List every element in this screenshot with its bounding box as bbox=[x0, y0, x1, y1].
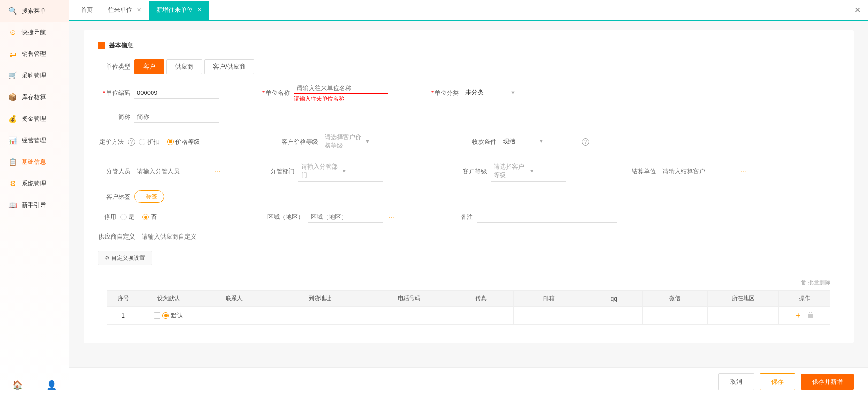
contact-table: 序号 设为默认 联系人 到货地址 电话号码 传真 邮箱 qq 微信 所在地区 操… bbox=[107, 290, 830, 325]
qq-input[interactable] bbox=[600, 312, 628, 319]
col-region: 所在地区 bbox=[707, 291, 779, 307]
cell-action: ＋ 🗑 bbox=[779, 307, 830, 325]
sidebar-item-label: 系统管理 bbox=[22, 179, 46, 188]
disabled-no-radio[interactable]: 否 bbox=[142, 213, 157, 221]
department-label: 分管部门 bbox=[266, 167, 295, 176]
cell-default: 默认 bbox=[139, 307, 198, 325]
remark-label: 备注 bbox=[454, 213, 473, 221]
unit-name-error: 请输入往来单位名称 bbox=[294, 95, 388, 103]
customer-level-item: 客户等级 请选择客户等级 ▼ bbox=[454, 161, 595, 182]
supplier-custom-input[interactable] bbox=[139, 231, 270, 242]
remark-input[interactable] bbox=[477, 211, 617, 223]
cell-contact[interactable] bbox=[198, 307, 270, 325]
save-new-button[interactable]: 保存并新增 bbox=[801, 374, 854, 390]
sidebar-item-inventory[interactable]: 📦 库存核算 bbox=[0, 86, 69, 108]
department-select[interactable]: 请输入分管部门 ▼ bbox=[298, 161, 383, 182]
default-radio[interactable]: 默认 bbox=[162, 311, 183, 320]
cell-wechat[interactable] bbox=[642, 307, 707, 325]
cell-phone[interactable] bbox=[370, 307, 449, 325]
pricing-method-item: 定价方法 ? 折扣 价格等级 bbox=[98, 138, 248, 146]
address-input[interactable] bbox=[292, 312, 348, 319]
sidebar-home-btn[interactable]: 🏠 bbox=[0, 374, 35, 396]
customer-price-level-select[interactable]: 请选择客户价格等级 ▼ bbox=[322, 131, 406, 152]
cell-address[interactable] bbox=[270, 307, 370, 325]
delete-row-btn[interactable]: 🗑 bbox=[805, 311, 816, 319]
basic-info-card: 基本信息 单位类型 客户 供应商 客户/供应商 *单位编码 bbox=[84, 30, 854, 343]
settlement-unit-input[interactable] bbox=[660, 166, 735, 177]
price-level-arrow-icon: ▼ bbox=[365, 139, 404, 144]
region-more-btn[interactable]: ··· bbox=[388, 213, 394, 221]
add-row-btn[interactable]: ＋ bbox=[792, 311, 804, 320]
cancel-button[interactable]: 取消 bbox=[718, 373, 754, 390]
wechat-input[interactable] bbox=[658, 312, 691, 319]
sidebar: 🔍 搜索菜单 ⊙ 快捷导航 🏷 销售管理 🛒 采购管理 📦 库存核算 💰 资金管… bbox=[0, 0, 69, 396]
cell-fax[interactable] bbox=[449, 307, 513, 325]
sidebar-item-label: 新手引导 bbox=[22, 201, 46, 210]
sidebar-item-system[interactable]: ⚙ 系统管理 bbox=[0, 173, 69, 194]
sidebar-item-label: 资金管理 bbox=[22, 115, 46, 123]
email-input[interactable] bbox=[530, 312, 568, 319]
save-button[interactable]: 保存 bbox=[760, 373, 795, 390]
manager-more-btn[interactable]: ··· bbox=[215, 168, 221, 175]
tab-counterparty[interactable]: 往来单位 ✕ bbox=[100, 1, 149, 20]
pricing-help-icon[interactable]: ? bbox=[128, 138, 135, 146]
row-checkbox[interactable] bbox=[154, 312, 160, 319]
pricing-method-label: 定价方法 ? bbox=[98, 138, 135, 146]
payment-terms-select[interactable]: 现结 ▼ bbox=[500, 135, 575, 148]
sidebar-item-label: 库存核算 bbox=[22, 93, 46, 101]
col-email: 邮箱 bbox=[513, 291, 585, 307]
custom-settings-btn[interactable]: ⚙ 自定义项设置 bbox=[98, 251, 152, 265]
customer-level-select[interactable]: 请选择客户等级 ▼ bbox=[491, 161, 566, 182]
unit-category-select[interactable]: 未分类 ▼ bbox=[463, 86, 556, 99]
pricing-discount-radio[interactable]: 折扣 bbox=[139, 138, 160, 146]
manager-input[interactable] bbox=[134, 166, 209, 177]
settlement-unit-more-btn[interactable]: ··· bbox=[740, 168, 746, 175]
sidebar-item-guide[interactable]: 📖 新手引导 bbox=[0, 194, 69, 216]
contact-input[interactable] bbox=[215, 312, 253, 319]
unit-type-supplier-btn[interactable]: 供应商 bbox=[166, 59, 202, 74]
disabled-yes-radio[interactable]: 是 bbox=[120, 213, 135, 221]
customer-tag-item: 客户标签 + 标签 bbox=[98, 190, 840, 203]
tab-new-counterparty-close[interactable]: ✕ bbox=[198, 7, 202, 13]
finance-icon: 💰 bbox=[8, 115, 17, 123]
abbr-input[interactable] bbox=[134, 111, 219, 123]
cell-qq[interactable] bbox=[585, 307, 643, 325]
unit-code-input[interactable] bbox=[134, 87, 219, 99]
sidebar-item-finance[interactable]: 💰 资金管理 bbox=[0, 108, 69, 130]
tab-new-counterparty[interactable]: 新增往来单位 ✕ bbox=[149, 1, 209, 20]
sidebar-user-btn[interactable]: 👤 bbox=[35, 374, 69, 396]
unit-type-both-btn[interactable]: 客户/供应商 bbox=[204, 59, 254, 74]
tab-bar-close-btn[interactable]: ✕ bbox=[851, 6, 864, 15]
unit-type-customer-btn[interactable]: 客户 bbox=[134, 59, 164, 74]
unit-name-input[interactable] bbox=[294, 83, 388, 94]
sidebar-item-operations[interactable]: 📊 经营管理 bbox=[0, 130, 69, 151]
sidebar-item-search[interactable]: 🔍 搜索菜单 bbox=[0, 0, 69, 22]
tab-home-label: 首页 bbox=[81, 6, 93, 14]
batch-delete-btn[interactable]: 🗑 批量删除 bbox=[107, 279, 830, 287]
abbr-item: 简称 bbox=[98, 111, 238, 123]
phone-input[interactable] bbox=[388, 312, 430, 319]
row-region-input[interactable] bbox=[724, 312, 762, 319]
sidebar-item-basic[interactable]: 📋 基础信息 bbox=[0, 151, 69, 173]
col-no: 序号 bbox=[107, 291, 139, 307]
cell-region[interactable] bbox=[707, 307, 779, 325]
sidebar-item-label: 快捷导航 bbox=[22, 28, 46, 37]
add-tag-btn[interactable]: + 标签 bbox=[134, 190, 164, 203]
payment-terms-help-icon[interactable]: ? bbox=[582, 138, 589, 146]
region-label: 区域（地区） bbox=[266, 213, 304, 221]
pricing-level-radio[interactable]: 价格等级 bbox=[167, 138, 200, 146]
sidebar-item-quick-nav[interactable]: ⊙ 快捷导航 bbox=[0, 22, 69, 43]
cell-email[interactable] bbox=[513, 307, 585, 325]
tab-home[interactable]: 首页 bbox=[73, 1, 100, 20]
unit-type-label: 单位类型 bbox=[98, 62, 130, 71]
tab-counterparty-close[interactable]: ✕ bbox=[137, 7, 141, 13]
payment-terms-arrow-icon: ▼ bbox=[539, 139, 572, 144]
sidebar-item-sales[interactable]: 🏷 销售管理 bbox=[0, 43, 69, 65]
tab-bar: 首页 往来单位 ✕ 新增往来单位 ✕ ✕ bbox=[69, 0, 868, 21]
table-section: 🗑 批量删除 序号 设为默认 联系人 到货地址 电话号码 传真 邮箱 qq 微信 bbox=[98, 271, 840, 332]
region-input[interactable] bbox=[308, 211, 383, 223]
discount-label: 折扣 bbox=[147, 138, 160, 146]
sidebar-item-purchase[interactable]: 🛒 采购管理 bbox=[0, 65, 69, 86]
fax-input[interactable] bbox=[464, 312, 497, 319]
col-address: 到货地址 bbox=[270, 291, 370, 307]
